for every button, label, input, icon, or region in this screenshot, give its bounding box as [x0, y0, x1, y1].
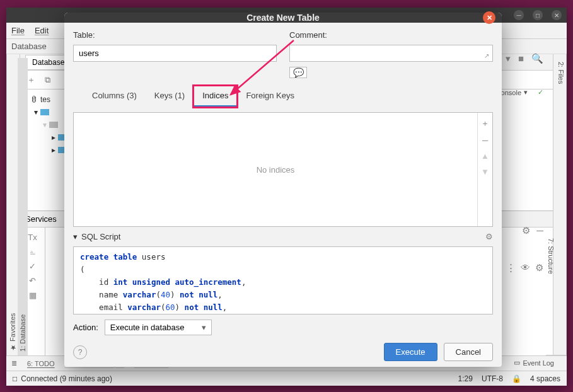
chevron-down-icon: ▾: [73, 232, 78, 241]
window-close-icon[interactable]: ✕: [552, 10, 562, 20]
execute-button[interactable]: Execute: [384, 343, 437, 361]
action-label: Action:: [73, 323, 98, 332]
comment-input[interactable]: [289, 45, 493, 62]
files-tool[interactable]: 2: Files: [556, 58, 566, 355]
indices-empty-label: No indices: [74, 113, 477, 226]
dialog-titlebar: Create New Table ✕: [64, 13, 502, 23]
tx-label: Tx: [28, 233, 37, 242]
table-name-label: Table:: [73, 30, 277, 40]
top-right-toolbar: ↻ ▾ ■ 🔍: [495, 53, 543, 64]
copy-icon[interactable]: ⧉: [42, 75, 53, 85]
add-icon[interactable]: ＋: [481, 118, 489, 129]
remove-icon[interactable]: ─: [482, 135, 488, 145]
indices-controls: ＋ ─ ▲ ▼: [477, 113, 492, 226]
dialog-title: Create New Table: [246, 13, 320, 23]
chevron-down-icon: ▾: [34, 108, 38, 117]
left-tool-gutter: ★ Favorites 1: Database: [6, 54, 20, 355]
chevron-right-icon: ▸: [52, 146, 55, 154]
log-icon: ▭: [514, 359, 520, 367]
search-icon[interactable]: 🔍: [531, 53, 543, 64]
cursor-position: 1:29: [458, 374, 473, 383]
dots-icon[interactable]: ⋮: [506, 262, 516, 274]
tab-keys[interactable]: Keys (1): [146, 86, 194, 107]
menu-edit[interactable]: Edit: [35, 26, 49, 35]
status-icon: □: [13, 374, 17, 383]
event-log-label: Event Log: [523, 359, 554, 367]
action-select-value: Execute in database: [110, 323, 185, 332]
chevron-down-icon: ▾: [524, 88, 528, 96]
encoding-label[interactable]: UTF-8: [482, 374, 503, 383]
right-tool-gutter: 2: Files 7: Structure: [553, 54, 567, 355]
services-right-toolbar2: ↕ ⋮ 👁 ⚙: [497, 262, 544, 274]
services-right-toolbar: ⚙ ─: [522, 225, 543, 236]
tab-columns[interactable]: Columns (3): [83, 86, 146, 107]
sql-section-label: SQL Script: [81, 232, 120, 241]
db-panel-tab-label: Database: [32, 58, 64, 67]
database-icon: 🛢: [30, 95, 38, 104]
undo-icon[interactable]: ↶: [29, 276, 36, 285]
folder-icon: [40, 109, 49, 115]
move-down-icon[interactable]: ▼: [481, 167, 489, 176]
chevron-right-icon: ▸: [52, 133, 55, 142]
grid-icon[interactable]: ▦: [29, 291, 37, 300]
stop-icon[interactable]: ■: [518, 53, 524, 64]
expand-icon[interactable]: ↗: [484, 52, 489, 59]
check-icon: ✓: [538, 88, 543, 96]
minimize-icon[interactable]: ─: [514, 10, 524, 20]
footer-tab-todo[interactable]: 6: TODO: [27, 360, 55, 367]
cancel-button[interactable]: Cancel: [444, 343, 493, 361]
tab-indices[interactable]: Indices: [194, 86, 237, 107]
table-name-input[interactable]: [73, 45, 277, 62]
gear-icon[interactable]: ⚙: [485, 232, 493, 241]
menu-file[interactable]: File: [11, 26, 25, 35]
dialog-close-button[interactable]: ✕: [483, 11, 495, 24]
comment-label: Comment:: [289, 30, 493, 40]
action-select[interactable]: Execute in database: [105, 320, 212, 335]
move-up-icon[interactable]: ▲: [481, 151, 489, 161]
tree-node-label: tes: [40, 95, 50, 104]
filter-icon[interactable]: ⎁: [30, 247, 35, 257]
chevron-down-icon: ▾: [43, 120, 47, 129]
favorites-tool[interactable]: ★ Favorites: [7, 58, 18, 355]
indent-label[interactable]: 4 spaces: [530, 374, 560, 383]
lock-icon[interactable]: 🔒: [512, 374, 521, 383]
maximize-icon[interactable]: □: [533, 10, 543, 20]
eye-icon[interactable]: 👁: [521, 262, 530, 274]
indices-panel: No indices ＋ ─ ▲ ▼: [73, 112, 493, 227]
hint-button[interactable]: 💬: [289, 67, 307, 78]
sql-script-viewer[interactable]: create table users( id int unsigned auto…: [73, 246, 493, 314]
check-icon[interactable]: ✓: [29, 262, 36, 271]
create-table-dialog: Create New Table ✕ Table: Comment:: [64, 13, 502, 367]
tab-foreign-keys[interactable]: Foreign Keys: [237, 86, 303, 107]
minimize-icon[interactable]: ─: [536, 225, 543, 236]
sql-section-header[interactable]: ▾ SQL Script ⚙: [73, 232, 493, 241]
structure-tool[interactable]: 7: Structure: [546, 234, 556, 355]
help-button[interactable]: ?: [73, 345, 87, 359]
gear-icon[interactable]: ⚙: [535, 262, 543, 274]
database-tool[interactable]: 1: Database: [18, 58, 28, 355]
breadcrumb-item[interactable]: Database: [11, 42, 47, 51]
dialog-tabs: Columns (3) Keys (1) Indices Foreign Key…: [73, 86, 493, 107]
services-label: Services: [25, 214, 57, 224]
ide-statusbar: □ Connected (9 minutes ago) 1:29 UTF-8 🔒…: [6, 371, 567, 386]
event-log-button[interactable]: ▭ Event Log: [514, 359, 554, 367]
status-connected: Connected (9 minutes ago): [21, 374, 112, 383]
gear-icon[interactable]: ⚙: [522, 225, 530, 236]
folder-icon: [49, 122, 58, 128]
indent-icon[interactable]: ≣: [11, 359, 17, 367]
